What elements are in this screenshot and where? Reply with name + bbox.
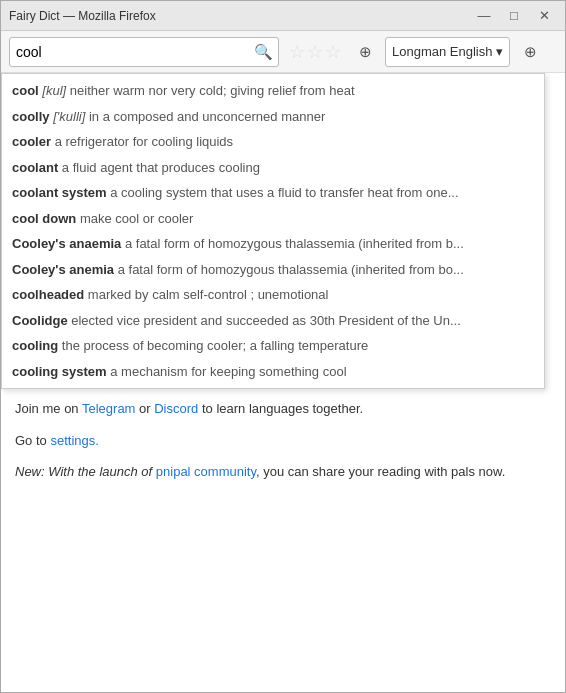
title-bar: Fairy Dict — Mozilla Firefox — □ ✕: [1, 1, 565, 31]
list-item[interactable]: Cooley's anaemia a fatal form of homozyg…: [2, 231, 544, 257]
definition: neither warm nor very cold; giving relie…: [66, 83, 354, 98]
star-1[interactable]: ☆: [289, 41, 305, 63]
content-area: cool [kul] neither warm nor very cold; g…: [1, 73, 565, 692]
definition: a fatal form of homozygous thalassemia (…: [121, 236, 464, 251]
list-item[interactable]: Cooley's anemia a fatal form of homozygo…: [2, 257, 544, 283]
definition: a refrigerator for cooling liquids: [51, 134, 233, 149]
list-item[interactable]: coolant system a cooling system that use…: [2, 180, 544, 206]
word-bold: cooling: [12, 338, 58, 353]
chevron-down-icon: ▾: [496, 44, 503, 59]
search-dropdown: cool [kul] neither warm nor very cold; g…: [1, 73, 545, 389]
list-item[interactable]: cooling the process of becoming cooler; …: [2, 333, 544, 359]
word-bold: coolant system: [12, 185, 107, 200]
close-button[interactable]: ✕: [531, 6, 557, 26]
definition: a mechanism for keeping something cool: [107, 364, 347, 379]
definition: elected vice president and succeeded as …: [68, 313, 461, 328]
list-item[interactable]: coolant a fluid agent that produces cool…: [2, 155, 544, 181]
maximize-button[interactable]: □: [501, 6, 527, 26]
definition: the process of becoming cooler; a fallin…: [58, 338, 368, 353]
window-controls: — □ ✕: [471, 6, 557, 26]
search-button[interactable]: 🔍: [248, 38, 278, 66]
phonetic: [kul]: [39, 83, 66, 98]
search-box: 🔍: [9, 37, 279, 67]
gear-icon: ⊕: [524, 43, 537, 61]
dictionary-label: Longman English: [392, 44, 492, 59]
dictionary-selector[interactable]: Longman English ▾: [385, 37, 510, 67]
settings-button[interactable]: ⊕: [516, 38, 544, 66]
definition: make cool or cooler: [76, 211, 193, 226]
word-bold: coolant: [12, 160, 58, 175]
word-bold: coolly: [12, 109, 50, 124]
word-bold: coolheaded: [12, 287, 84, 302]
telegram-paragraph: Join me on Telegram or Discord to learn …: [15, 397, 551, 420]
new-paragraph: New: With the launch of pnipal community…: [15, 460, 551, 483]
list-item[interactable]: coolly ['kulli] in a composed and unconc…: [2, 104, 544, 130]
window-title: Fairy Dict — Mozilla Firefox: [9, 9, 471, 23]
search-icon: 🔍: [254, 43, 273, 61]
settings-link[interactable]: settings.: [50, 433, 98, 448]
settings-paragraph: Go to settings.: [15, 429, 551, 452]
list-item[interactable]: cool [kul] neither warm nor very cold; g…: [2, 78, 544, 104]
definition: a fluid agent that produces cooling: [58, 160, 260, 175]
add-dictionary-button[interactable]: ⊕: [351, 38, 379, 66]
word-bold: cool: [12, 83, 39, 98]
word-bold: cooler: [12, 134, 51, 149]
main-window: Fairy Dict — Mozilla Firefox — □ ✕ 🔍 ☆ ☆…: [0, 0, 566, 693]
list-item[interactable]: cooler a refrigerator for cooling liquid…: [2, 129, 544, 155]
word-bold: cooling system: [12, 364, 107, 379]
word-bold: Cooley's anaemia: [12, 236, 121, 251]
toolbar: 🔍 ☆ ☆ ☆ ⊕ Longman English ▾ ⊕: [1, 31, 565, 73]
minimize-button[interactable]: —: [471, 6, 497, 26]
plus-circle-icon: ⊕: [359, 43, 372, 61]
phonetic: ['kulli]: [50, 109, 86, 124]
definition: a cooling system that uses a fluid to tr…: [107, 185, 459, 200]
pnipal-link[interactable]: pnipal community: [156, 464, 256, 479]
discord-link[interactable]: Discord: [154, 401, 198, 416]
telegram-link[interactable]: Telegram: [82, 401, 135, 416]
list-item[interactable]: Coolidge elected vice president and succ…: [2, 308, 544, 334]
list-item[interactable]: coolheaded marked by calm self-control ;…: [2, 282, 544, 308]
search-input[interactable]: [10, 38, 248, 66]
star-3[interactable]: ☆: [325, 41, 341, 63]
definition: marked by calm self-control ; unemotiona…: [84, 287, 328, 302]
star-rating: ☆ ☆ ☆: [289, 41, 341, 63]
word-bold: cool down: [12, 211, 76, 226]
new-label: New: [15, 464, 41, 479]
list-item[interactable]: cool down make cool or cooler: [2, 206, 544, 232]
list-item[interactable]: cooling system a mechanism for keeping s…: [2, 359, 544, 385]
star-2[interactable]: ☆: [307, 41, 323, 63]
definition: in a composed and unconcerned manner: [85, 109, 325, 124]
definition: a fatal form of homozygous thalassemia (…: [114, 262, 464, 277]
word-bold: Cooley's anemia: [12, 262, 114, 277]
word-bold: Coolidge: [12, 313, 68, 328]
